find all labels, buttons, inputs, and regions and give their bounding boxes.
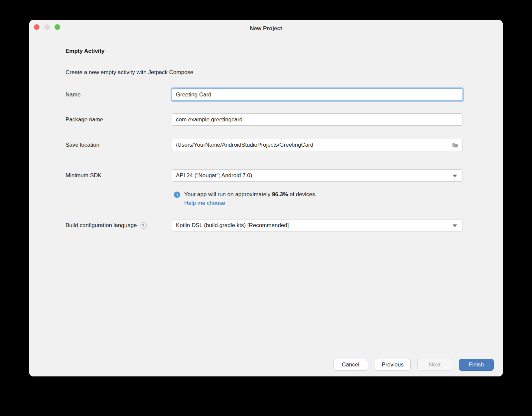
package-name-input[interactable] (172, 113, 463, 126)
build-config-value: Kotlin DSL (build.gradle.kts) [Recommend… (176, 222, 289, 229)
save-location-input[interactable] (172, 139, 463, 151)
previous-button[interactable]: Previous (375, 359, 411, 371)
screen-background: New Project Empty Activity Create a new … (0, 0, 532, 416)
build-config-label-row: Build configuration language ? (66, 219, 147, 231)
build-config-dropdown[interactable]: Kotlin DSL (build.gradle.kts) [Recommend… (172, 219, 463, 231)
sdk-info-text: Your app will run on approximately 96.3%… (184, 191, 317, 198)
package-name-field-wrap (172, 113, 463, 126)
chevron-down-icon (453, 175, 457, 177)
info-icon: i (174, 192, 180, 198)
window-title: New Project (29, 20, 503, 37)
name-field-wrap (172, 88, 463, 101)
minimum-sdk-dropdown[interactable]: API 24 ("Nougat"; Android 7.0) (172, 169, 463, 182)
name-label: Name (66, 88, 80, 101)
help-icon[interactable]: ? (140, 222, 147, 229)
device-percentage: 96.3% (272, 191, 288, 198)
chevron-down-icon (453, 224, 457, 227)
build-config-label: Build configuration language (66, 222, 137, 229)
footer-button-bar: Cancel Previous Next Finish (29, 353, 503, 376)
save-location-field-wrap (172, 139, 463, 151)
minimum-sdk-value: API 24 ("Nougat"; Android 7.0) (176, 172, 252, 179)
finish-button[interactable]: Finish (459, 359, 494, 371)
name-input[interactable] (172, 88, 463, 101)
page-subtitle: Create a new empty activity with Jetpack… (66, 69, 194, 76)
minimum-sdk-label: Minimum SDK (66, 169, 102, 182)
save-location-label: Save location (66, 139, 99, 151)
titlebar[interactable]: New Project (29, 20, 503, 37)
package-name-label: Package name (66, 113, 103, 126)
cancel-button[interactable]: Cancel (333, 359, 368, 371)
next-button: Next (417, 359, 452, 371)
sdk-info-line: i Your app will run on approximately 96.… (174, 191, 317, 198)
page-title: Empty Activity (66, 48, 104, 55)
folder-open-icon[interactable] (452, 141, 459, 149)
help-me-choose-link[interactable]: Help me choose (184, 200, 225, 207)
new-project-dialog: New Project Empty Activity Create a new … (29, 20, 503, 376)
